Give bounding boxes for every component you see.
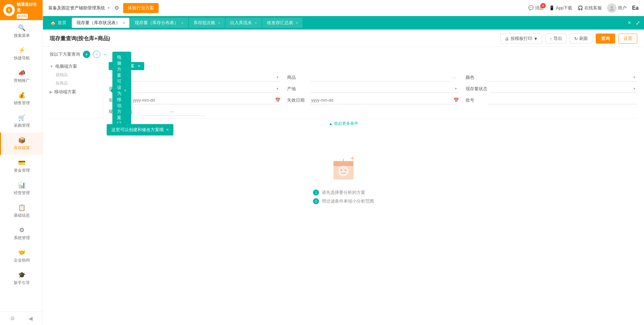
- svg-point-2: [610, 6, 613, 9]
- inventory-icon: 📦: [18, 137, 25, 144]
- sidebar-collapse-btn[interactable]: ◀: [29, 315, 33, 322]
- online-support-btn[interactable]: 🎧 在线客服: [578, 5, 602, 11]
- filter-more-dots: ···: [148, 64, 151, 69]
- settings-btn[interactable]: 设置: [619, 34, 637, 44]
- tab-inventory-status[interactable]: 现存量（库存状况表） ×: [72, 18, 129, 28]
- export-btn[interactable]: ↑ 导出: [546, 34, 567, 44]
- filter-edit-btn[interactable]: ○: [93, 51, 100, 58]
- message-icon: 💬: [528, 5, 534, 10]
- filter-produce-date: 生产日期 📅: [109, 96, 280, 104]
- tab-label: 库存批次账: [194, 20, 215, 26]
- topbar-settings-icon[interactable]: ⚙: [114, 5, 119, 11]
- industry-btn[interactable]: 体验行业方案: [123, 3, 159, 13]
- chevron-down-icon: ▼: [534, 36, 538, 41]
- filter-add-btn[interactable]: +: [83, 51, 90, 58]
- tab-close-icon[interactable]: ×: [181, 21, 183, 25]
- sidebar-item-guide[interactable]: 🎓 新手引导: [0, 267, 43, 290]
- scheme-tooltip-close-btn[interactable]: ×: [166, 127, 169, 132]
- tab-close-icon[interactable]: ×: [123, 21, 125, 25]
- sidebar-item-label: 库存核算: [14, 145, 30, 151]
- sidebar-item-system[interactable]: ⚙ 系统管理: [0, 222, 43, 245]
- sidebar-item-purchase[interactable]: 🛒 采购管理: [0, 110, 43, 132]
- goods-dots[interactable]: ···: [452, 75, 459, 80]
- svg-point-5: [338, 166, 349, 176]
- sidebar-settings-btn[interactable]: ⚙: [10, 315, 15, 322]
- tab-collect-summary[interactable]: 收发存汇总表 ×: [262, 18, 303, 28]
- warehouse-dropdown[interactable]: [118, 73, 280, 81]
- filter-area: 按以下方案查询 + ○ ← 电脑方案可设为移动方案哦 × ▼ 电脑端方案: [43, 47, 644, 132]
- tab-close-icon[interactable]: ×: [296, 21, 298, 25]
- sidebar-item-label: 营销推广: [14, 78, 30, 84]
- color-dropdown[interactable]: [488, 73, 637, 81]
- sidebar-item-sales[interactable]: 💰 销售管理: [0, 88, 43, 110]
- empty-steps: 1 请先选择要分析的方案 2 用过滤条件来缩小分析范围: [313, 189, 374, 204]
- sidebar-item-quick[interactable]: ⚡ 快捷导航: [0, 43, 43, 65]
- goods-label: 商品: [287, 74, 307, 80]
- color-label: 颜色: [466, 74, 486, 80]
- message-btn[interactable]: 💬 消息 9: [528, 5, 544, 11]
- size-dropdown[interactable]: [131, 85, 280, 93]
- stock-status-dropdown[interactable]: [490, 85, 637, 93]
- tab-in-out-flow[interactable]: 出入库流水 ×: [225, 18, 261, 28]
- batch-no-input[interactable]: [488, 96, 637, 104]
- sidebar-item-search[interactable]: 🔍 搜索菜单: [0, 20, 43, 43]
- sidebar-item-label: 资金管理: [14, 168, 30, 173]
- sidebar-nav: 🔍 搜索菜单 ⚡ 快捷导航 📣 营销推广 💰 销售管理 🛒 采购管理 📦 库存核…: [0, 20, 43, 312]
- sidebar-item-inventory[interactable]: 📦 库存核算: [0, 132, 43, 155]
- filter-arrow-btn[interactable]: ←: [103, 52, 108, 57]
- tab-close-all-icon[interactable]: ×: [627, 18, 632, 28]
- sidebar-item-label: 销售管理: [14, 100, 30, 106]
- user-btn[interactable]: 用户: [607, 3, 627, 13]
- sidebar-item-label: 快捷导航: [14, 55, 30, 61]
- page-header: 现存量查询(按仓库+商品) 🖨 按模板打印 ▼ ↑ 导出 ↻ 刷新 查询 设置: [43, 30, 644, 47]
- tab-label: 现存量（库存分布表）: [135, 20, 178, 26]
- svg-point-6: [341, 169, 342, 171]
- sidebar-item-operation[interactable]: 📊 经营管理: [0, 177, 43, 200]
- page-actions: 🖨 按模板打印 ▼ ↑ 导出 ↻ 刷新 查询 设置: [500, 34, 637, 44]
- tree-item-mobile[interactable]: ▶ 移动端方案: [50, 88, 100, 96]
- tree-item-desktop[interactable]: ▼ 电脑端方案: [50, 62, 100, 71]
- query-btn[interactable]: 查询: [596, 34, 615, 44]
- sidebar-item-finance[interactable]: 💳 资金管理: [0, 155, 43, 177]
- print-icon: 🖨: [505, 36, 509, 41]
- sidebar-item-label: 企业协同: [14, 258, 30, 263]
- expire-date-calendar-icon[interactable]: 📅: [453, 98, 459, 103]
- tab-fullscreen-icon[interactable]: ⤢: [634, 18, 641, 28]
- tooltip-close-btn[interactable]: ×: [124, 88, 126, 93]
- goods-input[interactable]: [310, 73, 449, 81]
- print-template-btn[interactable]: 🖨 按模板打印 ▼: [500, 34, 542, 44]
- active-scheme-row: 电脑端方案 × ···: [109, 62, 637, 70]
- tree-item-by-sales[interactable]: 按销品: [56, 71, 100, 79]
- tab-close-icon[interactable]: ×: [218, 21, 220, 25]
- stock-status-select: ▼: [490, 85, 637, 93]
- message-badge: 9: [540, 3, 546, 8]
- refresh-btn[interactable]: ↻ 刷新: [570, 34, 592, 44]
- purchase-icon: 🛒: [18, 114, 25, 121]
- produce-date-input[interactable]: [131, 97, 275, 104]
- tab-close-icon[interactable]: ×: [255, 21, 257, 25]
- batch-no-label: 批号: [466, 97, 486, 103]
- sidebar-item-marketing[interactable]: 📣 营销推广: [0, 65, 43, 88]
- filter-row-4: 现存量（主） —: [109, 108, 637, 118]
- produce-date-input-wrapper: 📅: [131, 97, 280, 104]
- quick-icon: ⚡: [18, 47, 25, 54]
- stock-main-max[interactable]: [175, 108, 206, 115]
- stock-main-min[interactable]: [138, 108, 168, 115]
- tooltip-text: 这里可以创建和修改方案哦: [111, 127, 164, 133]
- tree-item-by-goods[interactable]: 按商品: [56, 79, 100, 88]
- scheme-tag-close[interactable]: ×: [138, 63, 141, 68]
- app-download-btn[interactable]: 📱 App下载: [549, 5, 572, 11]
- tab-home[interactable]: 🏠 首页: [46, 18, 71, 28]
- system-icon: ⚙: [19, 226, 24, 234]
- filter-origin: 产地 ▼: [287, 85, 459, 93]
- system-chevron-icon: ▼: [107, 6, 110, 10]
- tab-batch-ledger[interactable]: 库存批次账 ×: [189, 18, 225, 28]
- home-icon: 🏠: [50, 20, 56, 25]
- sidebar-item-basic[interactable]: 📋 基础信息: [0, 200, 43, 222]
- tab-inventory-dist[interactable]: 现存量（库存分布表） ×: [130, 18, 188, 28]
- produce-date-calendar-icon[interactable]: 📅: [275, 98, 280, 103]
- color-select: ▼: [488, 73, 637, 82]
- origin-dropdown[interactable]: [310, 85, 459, 93]
- sidebar-item-cooperation[interactable]: 🤝 企业协同: [0, 245, 43, 267]
- expire-date-input[interactable]: [310, 97, 453, 104]
